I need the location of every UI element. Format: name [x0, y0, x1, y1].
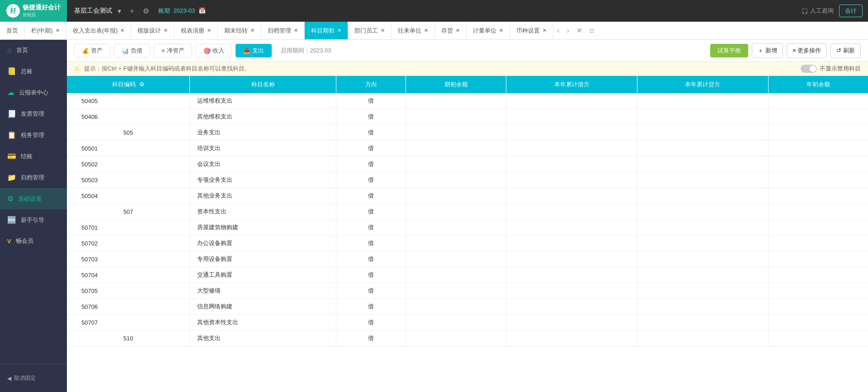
- user-btn[interactable]: 会计: [839, 5, 863, 17]
- tab-tax-clear[interactable]: 税表清册 ✕: [175, 22, 218, 40]
- settings-gear-icon: ⚙: [7, 194, 14, 203]
- table-row[interactable]: 50703专用设备购置借: [67, 251, 868, 267]
- calendar-icon[interactable]: 📅: [198, 7, 206, 14]
- tab-period-end-close[interactable]: ✕: [250, 28, 255, 33]
- collapse-btn[interactable]: ◀ 取消固定: [0, 370, 67, 387]
- subtab-income[interactable]: 🎯 收入: [196, 44, 232, 57]
- cell-ytd-credit: [637, 93, 768, 109]
- table-row[interactable]: 50701房屋建筑物购建借: [67, 220, 868, 236]
- sidebar-item-tax[interactable]: 📋 税务管理: [0, 124, 67, 146]
- sidebar-item-report[interactable]: ☁ 云报表中心: [0, 82, 67, 103]
- table-row[interactable]: 50405运维维权支出借: [67, 93, 868, 109]
- refresh-btn[interactable]: ↺ 刷新: [830, 43, 861, 58]
- tab-income-annual-label: 收入支出表(年报): [73, 27, 118, 35]
- table-row[interactable]: 50504其他业务支出借: [67, 188, 868, 204]
- table-row[interactable]: 50704交通工具购置借: [67, 267, 868, 283]
- col-code-label: 科目编码: [112, 81, 136, 88]
- sidebar-item-settlement[interactable]: 💳 结账: [0, 146, 67, 167]
- tab-period-end[interactable]: 期末结转 ✕: [218, 22, 261, 40]
- table-row[interactable]: 505业务支出借: [67, 125, 868, 141]
- tab-close-all[interactable]: ✕: [573, 22, 586, 40]
- table-row[interactable]: 510其他支出借: [67, 331, 868, 346]
- table-row[interactable]: 50702办公设备购置借: [67, 236, 868, 251]
- cell-direction: 借: [336, 299, 406, 315]
- cell-ytd-balance: [768, 283, 868, 299]
- tab-dept[interactable]: 部门员工 ✕: [348, 22, 392, 40]
- tab-dept-close[interactable]: ✕: [381, 28, 385, 33]
- tab-currency-close[interactable]: ✕: [542, 28, 547, 33]
- sidebar-item-guide[interactable]: 🆕 新手引导: [0, 209, 67, 231]
- cell-code: 50405: [67, 93, 190, 109]
- tab-expand[interactable]: ⊡: [586, 22, 598, 40]
- subtab-asset[interactable]: 💰 资产: [74, 44, 110, 57]
- tab-archive[interactable]: 归档管理 ✕: [261, 22, 305, 40]
- cell-name: 专用设备购置: [190, 251, 336, 267]
- tab-currency[interactable]: 币种设置 ✕: [510, 22, 553, 40]
- tab-contact-close[interactable]: ✕: [424, 28, 428, 33]
- tab-nav-left[interactable]: ‹: [553, 22, 563, 40]
- sidebar-item-member[interactable]: V 畅会员: [0, 231, 67, 251]
- table-row[interactable]: 50706信息网络购建借: [67, 299, 868, 315]
- subtab-liability[interactable]: 📊 负债: [114, 44, 150, 57]
- col-settings-icon[interactable]: ⚙: [139, 81, 145, 88]
- tab-balance-mid-close[interactable]: ✕: [56, 28, 60, 33]
- service-btn[interactable]: 🎧 人工咨询: [801, 7, 834, 15]
- dropdown-btn[interactable]: ▾: [116, 5, 123, 17]
- cell-code: 510: [67, 331, 190, 346]
- tab-unit[interactable]: 计量单位 ✕: [467, 22, 510, 40]
- col-opening: 期初余额: [406, 76, 506, 93]
- cell-name: 交通工具购置: [190, 267, 336, 283]
- tab-inventory-close[interactable]: ✕: [456, 28, 460, 33]
- table-row[interactable]: 507资本性支出借: [67, 204, 868, 220]
- net-asset-icon: ≡: [161, 47, 165, 54]
- tab-income-annual-close[interactable]: ✕: [120, 28, 124, 33]
- tab-home[interactable]: 首页: [0, 22, 25, 40]
- table-row[interactable]: 50503专项业务支出借: [67, 172, 868, 188]
- add-project-btn[interactable]: ＋: [127, 5, 137, 18]
- cell-direction: 借: [336, 315, 406, 331]
- balance-btn[interactable]: 试算平衡: [710, 44, 748, 57]
- table-row[interactable]: 50707其他资本性支出借: [67, 315, 868, 331]
- logo-area: 好 畅捷通好会计 旗舰版: [0, 0, 67, 22]
- tab-subject-init-close[interactable]: ✕: [337, 28, 341, 33]
- table-row[interactable]: 50502会议支出借: [67, 156, 868, 172]
- cell-ytd-credit: [637, 315, 768, 331]
- tab-unit-close[interactable]: ✕: [499, 28, 503, 33]
- disabled-toggle[interactable]: [801, 65, 817, 73]
- cell-ytd-debit: [506, 204, 637, 220]
- sidebar-item-archive[interactable]: 📁 归档管理: [0, 167, 67, 188]
- cell-name: 信息网络购建: [190, 299, 336, 315]
- tab-income-annual[interactable]: 收入支出表(年报) ✕: [66, 22, 132, 40]
- tab-tax-clear-close[interactable]: ✕: [207, 28, 211, 33]
- cell-ytd-credit: [637, 156, 768, 172]
- sidebar-item-home[interactable]: ⌂ 首页: [0, 40, 67, 61]
- content-area: 💰 资产 📊 负债 ≡ 净资产 🎯 收入 📤 支出 启用期间：2023.03 试: [67, 40, 868, 392]
- table-row[interactable]: 50705大型修缮借: [67, 283, 868, 299]
- cell-name: 房屋建筑物购建: [190, 220, 336, 236]
- settings-btn[interactable]: ⚙: [141, 5, 151, 17]
- more-btn[interactable]: ≡ 更多操作: [787, 43, 827, 58]
- sidebar-item-settings[interactable]: ⚙ 基础设置: [0, 188, 67, 209]
- cell-ytd-balance: [768, 220, 868, 236]
- tab-balance-mid[interactable]: 栏(中期) ✕: [25, 22, 66, 40]
- sidebar-item-ledger[interactable]: 📒 总账: [0, 61, 67, 82]
- sidebar-item-invoice[interactable]: 🧾 发票管理: [0, 103, 67, 124]
- refresh-icon: ↺: [836, 47, 841, 54]
- table-row[interactable]: 50501培训支出借: [67, 141, 868, 156]
- col-ytd-balance: 年初余额: [768, 76, 868, 93]
- top-bar-controls: ▾ ＋ ⚙: [116, 5, 151, 18]
- subtab-expenditure[interactable]: 📤 支出: [236, 44, 272, 57]
- add-btn[interactable]: ＋ 新增: [752, 43, 783, 58]
- table-row[interactable]: 50406其他维权支出借: [67, 109, 868, 125]
- tab-contact[interactable]: 往来单位 ✕: [392, 22, 435, 40]
- tab-nav-right[interactable]: ›: [563, 22, 573, 40]
- subtab-net-asset[interactable]: ≡ 净资产: [154, 44, 192, 57]
- tab-template[interactable]: 模版设计 ✕: [131, 22, 175, 40]
- cell-ytd-credit: [637, 283, 768, 299]
- tab-archive-close[interactable]: ✕: [294, 28, 298, 33]
- cell-code: 50702: [67, 236, 190, 251]
- liability-icon: 📊: [122, 47, 129, 54]
- tab-inventory[interactable]: 存货 ✕: [435, 22, 467, 40]
- tab-template-close[interactable]: ✕: [164, 28, 168, 33]
- tab-subject-init[interactable]: 科目期初 ✕: [305, 22, 348, 40]
